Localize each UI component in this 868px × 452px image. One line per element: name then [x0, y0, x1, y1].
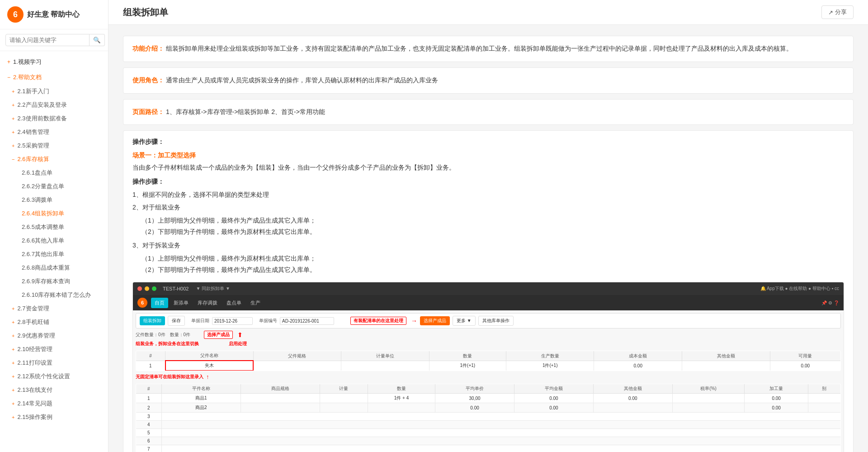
ss-cell: 2 — [136, 403, 162, 413]
ss-cell — [593, 403, 672, 413]
nav-item-stocktake[interactable]: 2.6.1盘点单 — [7, 166, 108, 180]
ss-cell — [161, 437, 840, 445]
nav-item-newbie[interactable]: + 2.1新手入门 — [0, 85, 108, 98]
plus-icon9: + — [12, 333, 14, 338]
ss-btn-action[interactable]: 其他库单操作 — [478, 316, 514, 326]
ss-titlebar: TEST-H002 ▼ 同款拆卸单 ▼ 🔔 App下载 ● 在线帮助 ● 帮助中… — [133, 282, 844, 295]
page-title: 组装拆卸单 — [123, 6, 168, 19]
step1: 1、根据不同的业务，选择不同单据的类型来处理 — [132, 190, 844, 200]
ss-btn-more[interactable]: 更多 ▼ — [453, 316, 476, 326]
minus-icon2: − — [12, 157, 14, 162]
nav-item-coupon[interactable]: + 2.9优惠券管理 — [0, 329, 108, 343]
ss-arrow2: ⬆ — [237, 331, 243, 338]
search-button[interactable]: 🔍 — [90, 34, 105, 46]
nav-item-inventoryquery[interactable]: 2.6.9库存账本查询 — [7, 275, 108, 288]
ss-window-right: 🔔 App下载 ● 在线帮助 ● 帮助中心 ▪ cc — [760, 285, 839, 292]
plus-icon12: + — [12, 374, 14, 379]
nav-item-sales[interactable]: + 2.4销售管理 — [0, 125, 108, 139]
ss-main-content: 组装拆卸 保存 单据日期 2019-12-26 单据编号 AD-20191226… — [133, 310, 844, 452]
ss-cell: 1件 + 4 — [368, 394, 435, 403]
ss-arrow5: ↑ — [206, 373, 209, 380]
ss-col-cost: 成本金额 — [594, 351, 682, 361]
nav-item-assembly[interactable]: 2.6.4组装拆卸单 — [7, 207, 108, 220]
ss-cell: 0.00 — [514, 403, 593, 413]
ss-annotation5-row: 无固定清单可在组装拆卸这里录入 ↑ — [136, 373, 841, 380]
ss-col2-other: 其他金额 — [593, 384, 672, 394]
nav-item-onlinepay[interactable]: + 2.13在线支付 — [0, 383, 108, 397]
ss-date-label: 单据日期 — [191, 318, 209, 324]
main-content-area: 组装拆卸单 ↗ 分享 功能介绍： 组装拆卸单用来处理企业组装或拆卸等加工业务，支… — [108, 0, 868, 452]
nav-item-costadjust[interactable]: 2.6.5成本调整单 — [7, 220, 108, 234]
ss-cell: 6 — [136, 437, 162, 445]
nav-item-install[interactable]: + 2.2产品安装及登录 — [0, 98, 108, 112]
nav-item-inventory[interactable]: − 2.6库存核算 — [0, 152, 108, 166]
ss-cell: 0.00 — [745, 403, 808, 413]
intro-label: 功能介绍： — [132, 45, 164, 52]
table-row: 1 商品1 1件 + 4 30,00 0.00 0.00 0.00 — [136, 394, 841, 403]
step3b: （2）下部明细为子件明细，最终作为产成品生成其它入库单。 — [132, 264, 844, 276]
intro-text: 组装拆卸单用来处理企业组装或拆卸等加工业务，支持有固定装配清单的产品加工业务，也… — [166, 45, 793, 52]
ss-arrow1: → — [411, 317, 417, 324]
search-input[interactable] — [5, 34, 90, 46]
role-text: 通常由生产人员或库管人员完成拆装业务的操作，库管人员确认原材料的出库和产成品的入… — [166, 76, 438, 84]
nav-item-mobile[interactable]: + 2.8手机旺铺 — [0, 315, 108, 329]
ss-cell: 商品2 — [161, 403, 241, 413]
nav-item-ops[interactable]: + 2.10经营管理 — [0, 343, 108, 356]
ss-col2-unit: 计量 — [320, 384, 368, 394]
nav-item-finance[interactable]: + 2.7资金管理 — [0, 302, 108, 315]
plus-icon2: + — [12, 89, 14, 94]
nav-item-cases[interactable]: + 2.15操作案例 — [0, 410, 108, 424]
nav-item-partstocktake[interactable]: 2.6.2分量盘点单 — [7, 180, 108, 193]
ss-cell — [320, 403, 368, 413]
ss-col2-spec: 商品规格 — [241, 384, 320, 394]
screenshot-container: TEST-H002 ▼ 同款拆卸单 ▼ 🔔 App下载 ● 在线帮助 ● 帮助中… — [132, 282, 844, 452]
topbar: 组装拆卸单 ↗ 分享 — [108, 0, 868, 25]
steps-section: 操作步骤： 场景一：加工类型选择 当由多个子件材料组装成一个成品的业务为【组装】… — [123, 130, 854, 452]
ss-cell — [161, 413, 840, 421]
ss-col-produce-qty: 生产数量 — [506, 351, 594, 361]
ss-cell — [161, 421, 840, 429]
nav-group-video-title[interactable]: + 1.视频学习 — [0, 55, 108, 69]
table-row: 2 商品2 0.00 0.00 0.00 — [136, 403, 841, 413]
ss-min-dot — [145, 286, 149, 291]
ss-col-qty: 数量 — [429, 351, 506, 361]
nav-item-transfer[interactable]: 2.6.3调拨单 — [7, 193, 108, 207]
ss-btn-select-product[interactable]: 选择产成品 — [420, 316, 450, 325]
ss-annotation1: 有装配清单的在这里处理 — [350, 317, 406, 325]
step3a: （1）上部明细为父件明细，最终作为原材料生成其它出库单； — [132, 253, 844, 264]
nav-item-inventorywrong[interactable]: 2.6.10库存账本错了怎么办 — [7, 288, 108, 302]
ss-qty-row: 父件数量：0件 数量：0件 选择产成品 ⬆ — [136, 331, 841, 339]
share-button[interactable]: ↗ 分享 — [821, 5, 854, 19]
ss-annotation2: 选择产成品 — [204, 331, 233, 339]
ss-cell — [672, 394, 745, 403]
ss-no-input[interactable]: AD-20191226-001 — [280, 317, 334, 325]
step3: 3、对于拆装业务 — [132, 240, 844, 251]
ss-no-label: 单据编号 — [259, 318, 277, 324]
nav-item-otheroutbound[interactable]: 2.6.7其他出库单 — [7, 247, 108, 261]
ss-date-input[interactable]: 2019-12-26 — [212, 317, 253, 325]
step2b: （2）下部明细为子件明细，最终作为原材料生成其它出库单。 — [132, 226, 844, 238]
ss-cell: 0.00 — [770, 361, 840, 371]
ss-app-right: 📌 ⚙ ❓ — [821, 300, 839, 305]
ss-annotation3-row: 组装业务，拆卸业务在这里切换 启用处理 — [136, 341, 841, 347]
ss-col2-avg-price: 平均单价 — [435, 384, 514, 394]
ss-btn-save[interactable]: 保存 — [168, 316, 185, 326]
nav-item-costreset[interactable]: 2.6.8商品成本重算 — [7, 261, 108, 275]
ss-cell: 0.00 — [594, 361, 682, 371]
nav-item-otherinbound[interactable]: 2.6.6其他入库单 — [7, 234, 108, 247]
ss-nav-add: 新添单 — [170, 298, 192, 308]
ss-tab-assembly[interactable]: 组装拆卸 — [140, 316, 165, 325]
intro-card: 功能介绍： 组装拆卸单用来处理企业组装或拆卸等加工业务，支持有固定装配清单的产品… — [123, 36, 854, 62]
table-row: 3 — [136, 413, 841, 421]
ss-annotation5: 无固定清单可在组装拆卸这里录入 — [136, 374, 203, 380]
nav-item-purchase[interactable]: + 2.5采购管理 — [0, 139, 108, 152]
nav-item-print[interactable]: + 2.11打印设置 — [0, 356, 108, 370]
nav-item-prepare[interactable]: + 2.3使用前数据准备 — [0, 112, 108, 125]
table-row: 4 — [136, 421, 841, 429]
nav-group-docs-title[interactable]: − 2.帮助文档 — [0, 70, 108, 85]
ss-col2-extra: 别 — [808, 384, 840, 394]
ss-col2-tax: 税率(%) — [672, 384, 745, 394]
table-row: 1 夹木 1件(+1) 1件(+1) 0.00 0.00 — [136, 361, 841, 371]
nav-item-sysconfig[interactable]: + 2.12系统个性化设置 — [0, 370, 108, 383]
nav-item-faq[interactable]: + 2.14常见问题 — [0, 397, 108, 410]
